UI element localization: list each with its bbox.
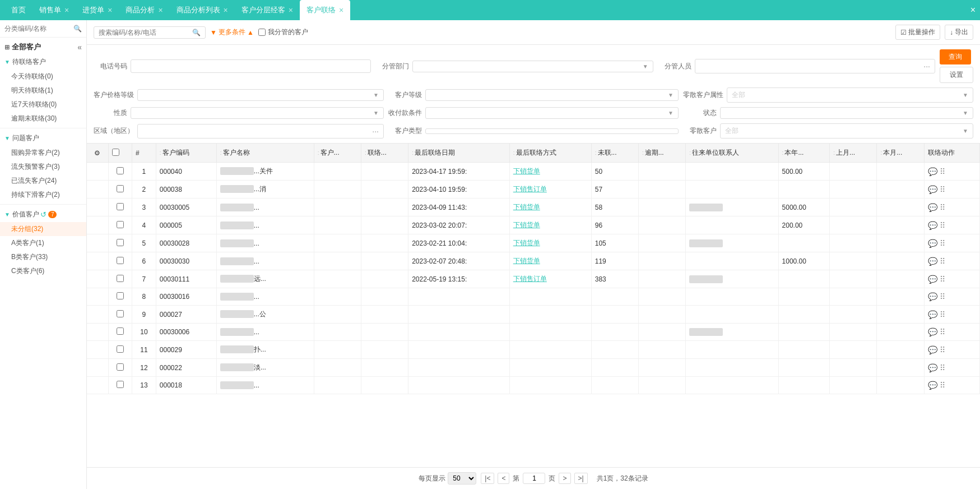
tab-customer-contact[interactable]: 客户联络 × xyxy=(300,0,350,20)
dept-select[interactable]: ▼ xyxy=(412,61,653,72)
sidebar-collapse-btn[interactable]: « xyxy=(77,43,82,52)
row-select-checkbox[interactable] xyxy=(117,275,124,282)
row-last-method[interactable]: 下销货单 xyxy=(509,199,591,216)
chat-icon[interactable]: 💬 xyxy=(928,167,937,176)
select-all-checkbox[interactable] xyxy=(112,149,119,156)
sidebar-item-abnormal[interactable]: 囤购异常客户(2) xyxy=(0,146,86,160)
menu-icon[interactable]: ⠿ xyxy=(940,292,945,301)
chat-icon[interactable]: 💬 xyxy=(928,185,937,194)
tab-product-list-close[interactable]: × xyxy=(224,6,228,15)
export-btn[interactable]: ↓ 导出 xyxy=(945,25,973,40)
menu-icon[interactable]: ⠿ xyxy=(940,381,945,390)
retail-attr-select[interactable]: 全部 ▼ xyxy=(727,87,973,103)
gender-select[interactable]: ▼ xyxy=(131,107,384,119)
sidebar-search-input[interactable] xyxy=(4,25,71,33)
tab-product-list[interactable]: 商品分析列表 × xyxy=(170,0,235,20)
problem-customers-group[interactable]: ▼ 问题客户 xyxy=(0,131,86,146)
row-select-checkbox[interactable] xyxy=(117,185,124,192)
menu-icon[interactable]: ⠿ xyxy=(940,239,945,248)
customer-level-select[interactable]: ▼ xyxy=(425,89,679,101)
sidebar-item-unclassified[interactable]: 未分组(32) xyxy=(0,222,86,236)
page-size-select[interactable]: 50 100 200 xyxy=(448,472,476,485)
chat-icon[interactable]: 💬 xyxy=(928,203,937,212)
row-last-method[interactable]: 下销货单 xyxy=(509,234,591,252)
menu-icon[interactable]: ⠿ xyxy=(940,185,945,194)
row-select-checkbox[interactable] xyxy=(117,327,124,335)
sidebar-item-class-a[interactable]: A类客户(1) xyxy=(0,236,86,250)
row-select-checkbox[interactable] xyxy=(117,167,124,174)
tab-customer-contact-close[interactable]: × xyxy=(339,6,343,15)
customer-type-select[interactable] xyxy=(425,128,679,134)
menu-icon[interactable]: ⠿ xyxy=(940,275,945,284)
tab-product-analysis[interactable]: 商品分析 × xyxy=(119,0,169,20)
menu-icon[interactable]: ⠿ xyxy=(940,345,945,354)
chat-icon[interactable]: 💬 xyxy=(928,363,937,372)
reset-btn[interactable]: 设置 xyxy=(940,67,973,83)
tab-customer-segment-close[interactable]: × xyxy=(289,6,293,15)
sidebar-item-churned[interactable]: 已流失客户(24) xyxy=(0,174,86,188)
chat-icon[interactable]: 💬 xyxy=(928,310,937,319)
col-settings[interactable]: ⚙ xyxy=(87,144,108,163)
row-select-checkbox[interactable] xyxy=(117,381,124,388)
menu-icon[interactable]: ⠿ xyxy=(940,363,945,372)
row-select-checkbox[interactable] xyxy=(117,221,124,228)
tab-purchase[interactable]: 进货单 × xyxy=(76,0,119,20)
row-last-method[interactable]: 下销货单 xyxy=(509,216,591,234)
row-select-checkbox[interactable] xyxy=(117,257,124,264)
sidebar-item-class-c[interactable]: C类客户(6) xyxy=(0,264,86,278)
next-page-btn[interactable]: > xyxy=(559,473,570,484)
tab-sales-close[interactable]: × xyxy=(64,6,69,15)
sidebar-item-7days[interactable]: 近7天待联络(0) xyxy=(0,98,86,112)
menu-icon[interactable]: ⠿ xyxy=(940,310,945,319)
sidebar-item-churn-warning[interactable]: 流失预警客户(3) xyxy=(0,160,86,174)
page-input[interactable] xyxy=(523,473,545,484)
first-page-btn[interactable]: |< xyxy=(481,473,494,484)
chat-icon[interactable]: 💬 xyxy=(928,381,937,390)
search-input[interactable] xyxy=(99,29,192,36)
sidebar-item-overdue[interactable]: 逾期未联络(30) xyxy=(0,112,86,126)
more-conditions-btn[interactable]: ▼ 更多条件 ▲ xyxy=(210,27,254,37)
chat-icon[interactable]: 💬 xyxy=(928,275,937,284)
settings-icon[interactable]: ⚙ xyxy=(94,149,100,157)
last-page-btn[interactable]: >| xyxy=(574,473,588,484)
close-all-tabs[interactable]: × xyxy=(970,5,976,15)
my-customer-checkbox[interactable] xyxy=(258,29,266,36)
phone-input[interactable] xyxy=(131,59,371,73)
chat-icon[interactable]: 💬 xyxy=(928,327,937,336)
prev-page-btn[interactable]: < xyxy=(498,473,509,484)
retail-customer-select[interactable]: 全部 ▼ xyxy=(720,123,973,139)
sidebar-item-class-b[interactable]: B类客户(33) xyxy=(0,250,86,264)
region-select[interactable]: ··· xyxy=(137,124,384,139)
row-last-method[interactable]: 下销售订单 xyxy=(509,181,591,199)
search-icon[interactable]: 🔍 xyxy=(192,29,201,36)
payment-select[interactable]: ▼ xyxy=(425,107,679,119)
person-sep[interactable]: ··· xyxy=(923,62,930,71)
tab-customer-segment[interactable]: 客户分层经客 × xyxy=(235,0,300,20)
price-level-select[interactable]: ▼ xyxy=(137,89,384,101)
status-select[interactable]: ▼ xyxy=(720,107,973,119)
chat-icon[interactable]: 💬 xyxy=(928,257,937,266)
sidebar-search-icon[interactable]: 🔍 xyxy=(73,25,82,33)
menu-icon[interactable]: ⠿ xyxy=(940,257,945,266)
chat-icon[interactable]: 💬 xyxy=(928,221,937,230)
tab-home[interactable]: 首页 xyxy=(4,0,32,20)
row-select-checkbox[interactable] xyxy=(117,203,124,210)
row-select-checkbox[interactable] xyxy=(117,239,124,246)
tab-product-analysis-close[interactable]: × xyxy=(158,6,162,15)
row-last-method[interactable]: 下销货单 xyxy=(509,252,591,270)
menu-icon[interactable]: ⠿ xyxy=(940,221,945,230)
chat-icon[interactable]: 💬 xyxy=(928,292,937,301)
row-last-method[interactable]: 下销售订单 xyxy=(509,270,591,288)
row-last-method[interactable]: 下销货单 xyxy=(509,163,591,181)
region-sep[interactable]: ··· xyxy=(372,127,379,136)
batch-operation-btn[interactable]: ☑ 批量操作 xyxy=(895,25,940,40)
chat-icon[interactable]: 💬 xyxy=(928,239,937,248)
menu-icon[interactable]: ⠿ xyxy=(940,167,945,176)
tab-sales[interactable]: 销售单 × xyxy=(32,0,76,20)
sidebar-item-tomorrow[interactable]: 明天待联络(1) xyxy=(0,84,86,98)
value-customers-group[interactable]: ▼ 价值客户 ↺ 7 xyxy=(0,207,86,222)
pending-contact-group[interactable]: ▼ 待联络客户 xyxy=(0,54,86,70)
sidebar-item-today[interactable]: 今天待联络(0) xyxy=(0,70,86,84)
person-select[interactable]: ··· xyxy=(695,59,935,73)
menu-icon[interactable]: ⠿ xyxy=(940,327,945,336)
